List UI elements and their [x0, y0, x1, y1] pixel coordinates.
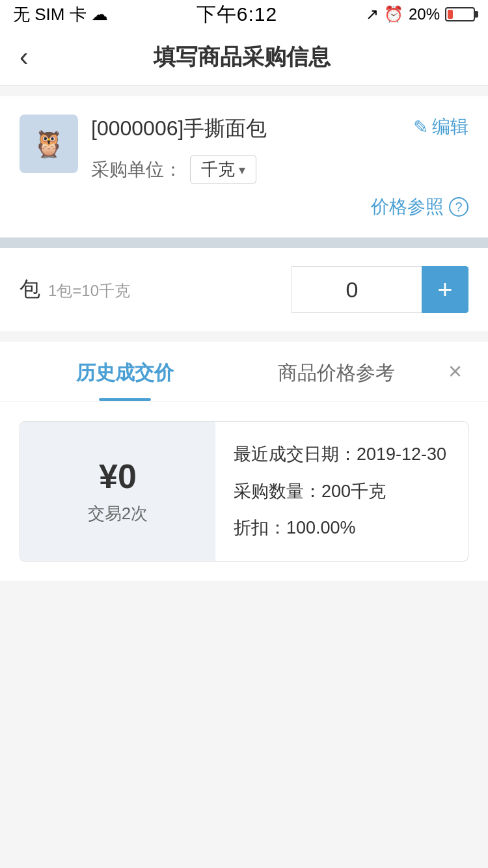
product-left: 🦉 [0000006]手撕面包 采购单位： 千克 ▾	[20, 115, 267, 184]
history-details-section: 最近成交日期：2019-12-30 采购数量：200千克 折扣：100.00%	[215, 422, 468, 561]
page-body	[0, 581, 488, 869]
product-bottom-row: 价格参照 ?	[20, 195, 468, 219]
history-price-section: ¥0 交易2次	[20, 422, 215, 561]
status-right: ↗ ⏰ 20%	[366, 5, 475, 23]
product-thumbnail-icon: 🦉	[33, 129, 65, 159]
quantity-row: 包 1包=10千克 +	[0, 248, 488, 331]
quantity-input[interactable]	[291, 266, 422, 313]
status-time: 下午6:12	[197, 1, 277, 28]
product-card: 🦉 [0000006]手撕面包 采购单位： 千克 ▾ ✎ 编辑	[0, 96, 488, 237]
battery-icon	[445, 7, 475, 21]
product-name: [0000006]手撕面包	[91, 115, 267, 143]
edit-label: 编辑	[432, 115, 468, 139]
tab-active-indicator	[99, 398, 151, 401]
recent-date-value: 2019-12-30	[357, 444, 446, 464]
status-bar: 无 SIM 卡 ☁ 下午6:12 ↗ ⏰ 20%	[0, 0, 488, 29]
product-top: 🦉 [0000006]手撕面包 采购单位： 千克 ▾ ✎ 编辑	[20, 115, 468, 184]
location-icon: ↗	[366, 5, 379, 23]
history-price-value: ¥0	[99, 457, 137, 496]
package-ratio: 1包=10千克	[48, 280, 130, 301]
battery-fill	[448, 10, 453, 19]
unit-value: 千克	[201, 158, 235, 181]
product-code: [0000006]	[91, 116, 183, 140]
price-ref-help-icon: ?	[449, 197, 468, 217]
tabs-panel: 历史成交价 商品价格参考 × ¥0 交易2次 最近成交日期：2019-12-30…	[0, 342, 488, 581]
recent-date-label: 最近成交日期：	[234, 444, 357, 464]
unit-label: 采购单位：	[91, 157, 182, 182]
section-divider	[0, 237, 488, 248]
history-card: ¥0 交易2次 最近成交日期：2019-12-30 采购数量：200千克 折扣：…	[20, 421, 468, 562]
product-image: 🦉	[20, 115, 78, 173]
history-quantity-label: 采购数量：	[234, 481, 321, 501]
unit-select[interactable]: 千克 ▾	[190, 155, 256, 184]
alarm-icon: ⏰	[384, 5, 403, 23]
history-discount-label: 折扣：	[234, 518, 286, 537]
tabs-header: 历史成交价 商品价格参考 ×	[0, 342, 488, 401]
back-button[interactable]: ‹	[20, 42, 41, 72]
package-label: 包	[20, 275, 40, 304]
history-quantity-value: 200千克	[321, 481, 386, 501]
product-unit-row: 采购单位： 千克 ▾	[91, 155, 267, 184]
tab-price-ref-label: 商品价格参考	[278, 362, 395, 383]
tab-history-content: ¥0 交易2次 最近成交日期：2019-12-30 采购数量：200千克 折扣：…	[0, 401, 488, 581]
edit-button[interactable]: ✎ 编辑	[413, 115, 468, 139]
unit-arrow-icon: ▾	[239, 162, 245, 178]
sim-status: 无 SIM 卡 ☁	[13, 3, 108, 26]
edit-icon: ✎	[413, 116, 428, 138]
history-trade-count: 交易2次	[88, 502, 148, 525]
quantity-label: 包 1包=10千克	[20, 275, 130, 304]
header: ‹ 填写商品采购信息	[0, 29, 488, 86]
history-discount-value: 100.00%	[286, 518, 356, 537]
history-discount: 折扣：100.00%	[234, 515, 450, 541]
tab-history-label: 历史成交价	[76, 362, 174, 383]
history-recent-date: 最近成交日期：2019-12-30	[234, 441, 450, 468]
quantity-plus-button[interactable]: +	[422, 266, 468, 313]
tab-close-button[interactable]: ×	[442, 351, 468, 392]
quantity-input-area: +	[291, 266, 468, 313]
price-ref-label: 价格参照	[371, 195, 444, 219]
status-left: 无 SIM 卡 ☁	[13, 3, 108, 26]
page-title: 填写商品采购信息	[41, 42, 442, 72]
battery-percent: 20%	[409, 5, 440, 23]
history-quantity: 采购数量：200千克	[234, 478, 450, 505]
product-info: [0000006]手撕面包 采购单位： 千克 ▾	[91, 115, 267, 184]
tab-price-reference[interactable]: 商品价格参考	[230, 342, 441, 401]
tab-history-price[interactable]: 历史成交价	[20, 342, 230, 401]
price-ref-button[interactable]: 价格参照 ?	[371, 195, 468, 219]
product-title: 手撕面包	[183, 116, 267, 140]
